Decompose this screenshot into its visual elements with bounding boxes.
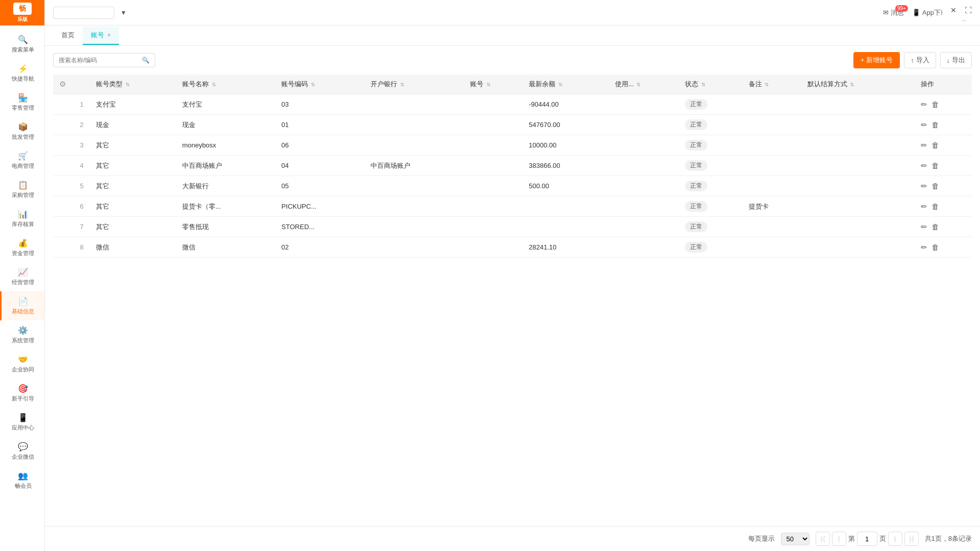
row-code-cell: 05 bbox=[277, 176, 366, 196]
row-type-cell: 其它 bbox=[92, 176, 178, 196]
window-maximize-button[interactable]: ⛶ bbox=[961, 4, 976, 16]
sidebar-item-member[interactable]: 👥 畅会员 bbox=[0, 466, 44, 495]
row-name-cell: 提货卡（零... bbox=[178, 196, 277, 217]
tab-close-icon[interactable]: × bbox=[107, 32, 111, 39]
row-status-cell: 正常 bbox=[681, 94, 744, 115]
sidebar-item-ecommerce-mgmt[interactable]: 🛒 电商管理 bbox=[0, 146, 44, 175]
search-icon[interactable]: 🔍 bbox=[142, 57, 150, 64]
delete-icon[interactable]: 🗑 bbox=[932, 120, 939, 129]
delete-icon[interactable]: 🗑 bbox=[932, 100, 939, 109]
delete-icon[interactable]: 🗑 bbox=[932, 182, 939, 190]
row-name-cell: moneybosx bbox=[178, 135, 277, 156]
row-account-cell bbox=[466, 135, 525, 156]
row-balance-cell: 383866.00 bbox=[525, 156, 611, 176]
sidebar-item-new-guide[interactable]: 🎯 新手引导 bbox=[0, 379, 44, 408]
sidebar-item-label: 采购管理 bbox=[12, 191, 34, 199]
table-row: 6 其它 提货卡（零... PICKUPC... 正常 提货卡 ✏ 🗑 bbox=[53, 196, 972, 217]
delete-icon[interactable]: 🗑 bbox=[932, 161, 939, 170]
col-balance[interactable]: 最新余额 ⇅ bbox=[525, 74, 611, 94]
export-button[interactable]: ↓ 导出 bbox=[940, 52, 972, 68]
row-code-cell: 03 bbox=[277, 94, 366, 115]
col-status-label: 状态 bbox=[685, 80, 698, 88]
sidebar-item-purchase-mgmt[interactable]: 📋 采购管理 bbox=[0, 175, 44, 204]
col-code[interactable]: 账号编码 ⇅ bbox=[277, 74, 366, 94]
edit-icon[interactable]: ✏ bbox=[921, 100, 927, 109]
window-close-button[interactable]: ✕ bbox=[946, 4, 961, 16]
col-settings[interactable]: ⚙ bbox=[53, 74, 71, 94]
row-account-cell bbox=[466, 115, 525, 135]
sidebar-item-system-mgmt[interactable]: ⚙️ 系统管理 bbox=[0, 320, 44, 349]
edit-icon[interactable]: ✏ bbox=[921, 161, 927, 170]
settings-icon[interactable]: ⚙ bbox=[59, 80, 66, 88]
col-type[interactable]: 账号类型 ⇅ bbox=[92, 74, 178, 94]
edit-icon[interactable]: ✏ bbox=[921, 222, 927, 232]
table-row: 3 其它 moneybosx 06 10000.00 正常 ✏ 🗑 bbox=[53, 135, 972, 156]
status-badge: 正常 bbox=[685, 99, 707, 110]
sidebar-item-search-menu[interactable]: 🔍 搜索菜单 bbox=[0, 30, 44, 59]
row-status-cell: 正常 bbox=[681, 156, 744, 176]
prev-page-button[interactable]: ⟨ bbox=[832, 532, 846, 546]
sidebar-item-label: 经营管理 bbox=[12, 279, 34, 286]
row-num-cell: 5 bbox=[71, 176, 92, 196]
edit-icon[interactable]: ✏ bbox=[921, 182, 927, 191]
row-num-cell: 3 bbox=[71, 135, 92, 156]
delete-icon[interactable]: 🗑 bbox=[932, 243, 939, 252]
col-code-label: 账号编码 bbox=[281, 80, 308, 88]
col-account[interactable]: 账号 ⇅ bbox=[466, 74, 525, 94]
sidebar-item-enterprise-wechat[interactable]: 💬 企业微信 bbox=[0, 437, 44, 466]
row-notes-cell: 提货卡 bbox=[745, 196, 803, 217]
col-name[interactable]: 账号名称 ⇅ bbox=[178, 74, 277, 94]
status-badge: 正常 bbox=[685, 221, 707, 232]
col-default-settlement[interactable]: 默认结算方式 ⇅ bbox=[803, 74, 917, 94]
col-notes[interactable]: 备注 ⇅ bbox=[745, 74, 803, 94]
add-account-button[interactable]: + 新增账号 bbox=[853, 52, 900, 68]
row-notes-cell bbox=[745, 156, 803, 176]
sort-default-settlement-icon: ⇅ bbox=[850, 82, 854, 87]
row-status-cell: 正常 bbox=[681, 135, 744, 156]
row-balance-cell bbox=[525, 196, 611, 217]
header-search-input[interactable] bbox=[53, 7, 114, 19]
col-bank[interactable]: 开户银行 ⇅ bbox=[366, 74, 465, 94]
next-page-button[interactable]: ⟩ bbox=[888, 532, 902, 546]
edit-icon[interactable]: ✏ bbox=[921, 120, 927, 130]
sidebar-item-quick-nav[interactable]: ⚡ 快捷导航 bbox=[0, 59, 44, 88]
edit-icon[interactable]: ✏ bbox=[921, 243, 927, 252]
col-status[interactable]: 状态 ⇅ bbox=[681, 74, 744, 94]
ecommerce-mgmt-icon: 🛒 bbox=[18, 151, 28, 161]
delete-icon[interactable]: 🗑 bbox=[932, 222, 939, 231]
sidebar-item-enterprise-agreement[interactable]: 🤝 企业协同 bbox=[0, 349, 44, 379]
delete-icon[interactable]: 🗑 bbox=[932, 141, 939, 149]
last-page-button[interactable]: ⟩⟩ bbox=[904, 532, 919, 546]
page-number-input[interactable] bbox=[857, 532, 877, 546]
sidebar-item-basic-info[interactable]: 📄 基础信息 bbox=[0, 291, 44, 320]
sort-name-icon: ⇅ bbox=[212, 82, 216, 87]
row-bank-cell bbox=[366, 176, 465, 196]
tab-home[interactable]: 首页 bbox=[53, 27, 83, 45]
delete-icon[interactable]: 🗑 bbox=[932, 202, 939, 211]
row-type-cell: 支付宝 bbox=[92, 94, 178, 115]
tab-account[interactable]: 账号 × bbox=[83, 27, 119, 45]
sidebar-item-wholesale-mgmt[interactable]: 📦 批发管理 bbox=[0, 117, 44, 146]
sidebar-item-app-center[interactable]: 📱 应用中心 bbox=[0, 408, 44, 437]
status-badge: 正常 bbox=[685, 140, 707, 151]
row-default-settlement-cell bbox=[803, 176, 917, 196]
import-label: 导入 bbox=[916, 56, 929, 65]
first-page-button[interactable]: ⟨⟨ bbox=[816, 532, 830, 546]
page-size-select[interactable]: 50 100 200 bbox=[781, 533, 810, 545]
edit-icon[interactable]: ✏ bbox=[921, 141, 927, 150]
sidebar-item-retail-mgmt[interactable]: 🏪 零售管理 bbox=[0, 88, 44, 117]
header-dropdown[interactable]: ▼ bbox=[120, 9, 127, 16]
import-button[interactable]: ↑ 导入 bbox=[904, 52, 936, 68]
search-input[interactable] bbox=[59, 57, 139, 64]
col-usage[interactable]: 使用... ⇅ bbox=[611, 74, 681, 94]
sidebar-item-capital-mgmt[interactable]: 💰 资金管理 bbox=[0, 233, 44, 262]
row-account-cell bbox=[466, 156, 525, 176]
edit-icon[interactable]: ✏ bbox=[921, 202, 927, 211]
message-button[interactable]: ✉ 消息 99+ bbox=[883, 8, 904, 17]
per-page-label: 每页显示 bbox=[748, 534, 775, 543]
pagination-controls: ⟨⟨ ⟨ 第 页 ⟩ ⟩⟩ bbox=[816, 532, 919, 546]
sidebar-item-label: 系统管理 bbox=[12, 337, 34, 344]
sidebar-item-operations-mgmt[interactable]: 📈 经营管理 bbox=[0, 262, 44, 291]
status-badge: 正常 bbox=[685, 160, 707, 171]
sidebar-item-inventory-calc[interactable]: 📊 库存核算 bbox=[0, 204, 44, 233]
